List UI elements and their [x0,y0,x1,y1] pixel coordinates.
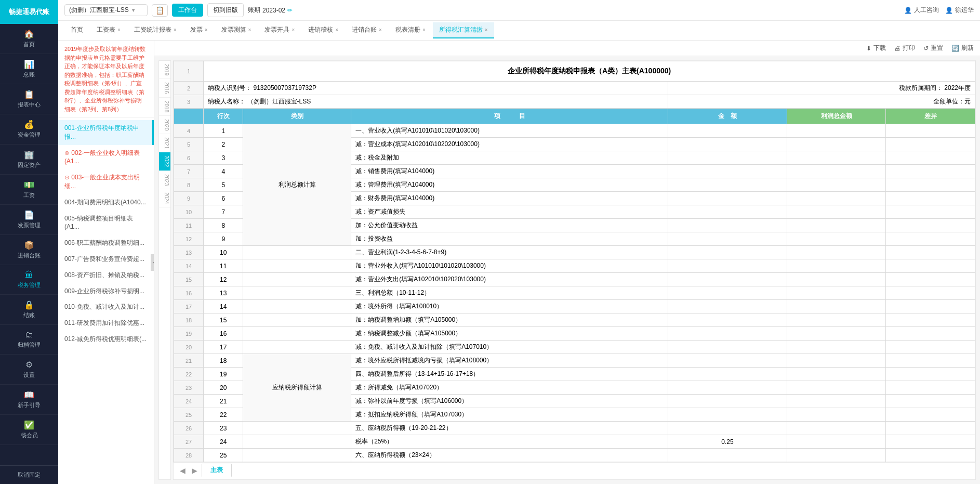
timeline-2018[interactable]: 2018 [159,98,170,116]
tab-purchase-check[interactable]: 进销稽核 × [302,22,345,38]
sheet-next-icon[interactable]: ▶ [190,466,200,475]
sidebar-item-member[interactable]: ✅ 畅会员 [0,415,58,445]
salary-icon: 💵 [24,180,34,190]
tab-invoice-calc-label: 发票测算 [221,25,246,34]
print-button[interactable]: 🖨 打印 [894,44,915,53]
timeline-2022[interactable]: 2022 [159,152,170,171]
tab-purchase-ledger[interactable]: 进销台账 × [346,22,388,38]
tab-income-tax[interactable]: 所得税汇算清缴 × [433,22,494,38]
workbench-button[interactable]: 工作台 [172,4,203,17]
download-label: 下载 [873,44,886,53]
unit-label: 全额单位：元 [933,98,971,105]
tab-income-tax-label: 所得税汇算清缴 [439,25,483,34]
user-profile[interactable]: 👤 徐运华 [945,6,974,15]
sidebar-item-tax[interactable]: 🏛 税务管理 [0,265,58,295]
download-button[interactable]: ⬇ 下载 [866,44,886,53]
close-tab-icon[interactable]: × [117,27,121,33]
table-header-row: 行次 类别 项 目 金 额 利润总金额 差异 [174,109,975,124]
assets-icon: 🏢 [24,150,34,160]
tab-invoice[interactable]: 发票 × [184,22,214,38]
app-logo: 畅捷通易代账 [0,0,58,24]
sidebar-item-archive[interactable]: 🗂 归档管理 [0,325,58,355]
sidebar: 畅捷通易代账 🏠 首页 📊 总账 📋 报表中心 💰 资金管理 🏢 固定资产 💵 … [0,0,58,484]
tab-purchase-ledger-label: 进销台账 [352,25,377,34]
sidebar-item-home[interactable]: 🏠 首页 [0,24,58,54]
table-row: 2 纳税人识别号： 91320500703719732P 税款所属期间： 202… [174,82,975,95]
sidebar-item-assets[interactable]: 🏢 固定资产 [0,145,58,175]
sub-menu-item-009[interactable]: 009-企业所得税弥补亏损明... [58,283,154,299]
sidebar-item-capital[interactable]: 💰 资金管理 [0,114,58,145]
sidebar-item-ledger[interactable]: 📊 总账 [0,54,58,84]
sub-menu-item-003[interactable]: ⊙ 003-一般企业成本支出明细... [58,169,154,194]
table-row: 21 18 应纳税所得额计算 减：境外应税所得抵减境内亏损（填写A108000） [174,354,975,368]
tax-period-label: 税款所属期间： [899,84,943,91]
tab-invoice-calc[interactable]: 发票测算 × [215,22,258,38]
sheet-tab-main[interactable]: 主表 [202,464,232,477]
sheet-prev-icon[interactable]: ◀ [178,466,188,475]
timeline-2016[interactable]: 2016 [159,79,170,97]
sidebar-item-closing[interactable]: 🔒 结账 [0,295,58,325]
ai-service[interactable]: 👤 人工咨询 [904,6,939,15]
sidebar-item-label: 报表中心 [18,101,41,109]
copy-button[interactable]: 📋 [152,4,168,17]
tab-invoice-open[interactable]: 发票开具 × [258,22,301,38]
sub-menu-item-002[interactable]: ⊙ 002-一般企业收入明细表(A1... [58,145,154,170]
reset-button[interactable]: ↺ 重置 [923,44,943,53]
sub-menu-item-008[interactable]: 008-资产折旧、摊销及纳税... [58,267,154,283]
category-taxable: 应纳税所得额计算 [243,354,351,422]
taxpayer-name-value: （勿删）江西服宝-LSS [247,98,311,105]
sidebar-item-guide[interactable]: 📖 新手引导 [0,385,58,415]
invoice-icon: 📄 [24,210,34,220]
sub-menu-item-004[interactable]: 004-期间费用明细表(A1040... [58,194,154,211]
collapse-panel-button[interactable]: ◀ [151,254,154,271]
capital-icon: 💰 [24,120,34,129]
ai-service-icon: 👤 [904,7,912,14]
close-tab-icon[interactable]: × [422,27,426,33]
nav-tabs: 首页 工资表 × 工资统计报表 × 发票 × 发票测算 × 发票开具 × 进销稽… [58,21,980,41]
sub-menu-item-005[interactable]: 005-纳税调整项目明细表(A1... [58,211,154,236]
sub-menu-item-001[interactable]: 001-企业所得税年度纳税申报... [58,120,154,145]
close-tab-icon[interactable]: × [248,27,251,33]
sub-menu-item-006[interactable]: 006-职工薪酬纳税调整明细... [58,235,154,251]
timeline-2024[interactable]: 2024 [159,189,170,207]
refresh-button[interactable]: 🔄 刷新 [951,44,974,53]
tab-salary-stat[interactable]: 工资统计报表 × [128,22,183,38]
sidebar-item-settings[interactable]: ⚙ 设置 [0,355,58,385]
timeline-2021[interactable]: 2021 [159,134,170,152]
spreadsheet-area: ⬇ 下载 🖨 打印 ↺ 重置 🔄 刷新 [154,41,980,484]
sidebar-item-purchase[interactable]: 📦 进销台账 [0,235,58,265]
taxpayer-id-label: 纳税人识别号： [208,84,251,91]
sub-menu-item-011[interactable]: 011-研发费用加计扣除优惠... [58,315,154,331]
sub-menu-item-012[interactable]: 012-减免所得税优惠明细表(... [58,331,154,347]
sidebar-item-reports[interactable]: 📋 报表中心 [0,84,58,114]
settings-icon: ⚙ [25,360,33,370]
tab-salary[interactable]: 工资表 × [90,22,127,38]
close-tab-icon[interactable]: × [174,27,177,33]
sidebar-item-invoice[interactable]: 📄 发票管理 [0,205,58,235]
tab-tax-table[interactable]: 税表清册 × [389,22,432,38]
switch-version-button[interactable]: 切到旧版 [207,3,244,17]
closing-icon: 🔒 [24,300,34,310]
sub-menu-item-010[interactable]: 010-免税、减计收入及加计... [58,299,154,315]
company-selector[interactable]: (勿删）江西服宝-LSS ▼ [64,4,148,16]
close-tab-icon[interactable]: × [292,27,295,33]
col-header-profit: 利润总金额 [787,109,886,124]
tab-home[interactable]: 首页 [64,22,89,38]
chevron-down-icon: ▼ [131,7,136,13]
sidebar-item-salary[interactable]: 💵 工资 [0,175,58,205]
col-header-seq: 行次 [204,109,243,124]
tab-invoice-label: 发票 [190,25,203,34]
close-tab-icon[interactable]: × [205,27,208,33]
tax-icon: 🏛 [25,270,33,280]
table-row: 27 24 税率（25%） 0.25 [174,435,975,449]
close-tab-icon[interactable]: × [379,27,382,33]
unpin-button[interactable]: 取消固定 [0,465,58,484]
sub-menu-item-007[interactable]: 007-广告费和业务宣传费超... [58,251,154,267]
timeline-2019[interactable]: 2019 [159,61,170,79]
timeline-2020[interactable]: 2020 [159,116,170,134]
close-tab-icon[interactable]: × [335,27,338,33]
timeline-2023[interactable]: 2023 [159,171,170,189]
period-edit-icon[interactable]: ✏ [287,7,293,14]
close-tab-icon[interactable]: × [485,27,488,33]
ai-service-label: 人工咨询 [914,6,939,15]
